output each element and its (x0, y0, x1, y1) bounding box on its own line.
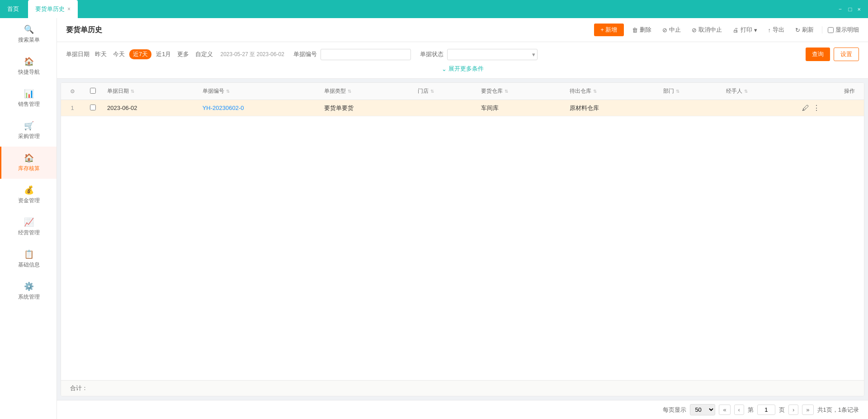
per-page-select[interactable]: 50 100 200 (690, 404, 715, 415)
row-select-checkbox[interactable] (90, 105, 96, 110)
page-label: 第 (748, 406, 754, 414)
sales-icon: 📊 (24, 89, 34, 99)
sidebar: 🔍 搜索菜单 🏠 快捷导航 📊 销售管理 🛒 采购管理 🏠 库存核算 💰 资金管… (0, 18, 57, 419)
action-col-header: 操作 (797, 83, 864, 100)
date-filter: 单据日期 昨天 今天 近7天 近1月 更多 自定义 2023-05-27 至 2… (66, 49, 284, 59)
window-minimize[interactable]: － (837, 5, 843, 13)
purchase-icon: 🛒 (24, 121, 34, 131)
display-detail-checkbox[interactable]: 显示明细 (828, 26, 859, 34)
date-sort-icon[interactable]: ⇅ (131, 89, 134, 94)
column-settings-icon[interactable]: ⚙ (70, 88, 75, 95)
action-icons: 🖊 ⋮ (802, 104, 859, 112)
page-input[interactable] (757, 405, 775, 415)
date-option-custom[interactable]: 自定义 (193, 49, 215, 59)
table-wrapper: ⚙ 单据日期⇅ 单据编号⇅ 单据类型⇅ (61, 82, 864, 396)
pending-sort-icon[interactable]: ⇅ (593, 89, 597, 94)
sidebar-item-purchase[interactable]: 🛒 采购管理 (0, 114, 57, 147)
select-all-checkbox[interactable] (90, 88, 96, 94)
display-detail-input[interactable] (828, 27, 834, 33)
sidebar-item-search-menu[interactable]: 🔍 搜索菜单 (0, 18, 57, 50)
row-date: 2023-06-02 (102, 100, 197, 116)
print-button[interactable]: 🖨 打印 ▾ (730, 24, 760, 36)
type-sort-icon[interactable]: ⇅ (348, 89, 351, 94)
order-no-filter: 单据编号 (293, 49, 411, 60)
sidebar-item-finance[interactable]: 💰 资金管理 (0, 179, 57, 211)
row-store (412, 100, 476, 116)
order-no-sort-icon[interactable]: ⇅ (226, 89, 230, 94)
settings-button[interactable]: 设置 (834, 48, 859, 61)
sidebar-item-label: 搜索菜单 (18, 36, 40, 44)
stop-icon: ⊘ (662, 27, 667, 33)
sidebar-item-basic-info[interactable]: 📋 基础信息 (0, 243, 57, 275)
date-option-7days[interactable]: 近7天 (129, 49, 151, 59)
sidebar-item-inventory[interactable]: 🏠 库存核算 (0, 147, 57, 179)
warehouse-sort-icon[interactable]: ⇅ (505, 89, 508, 94)
table-footer: 合计： (61, 380, 864, 396)
cancel-stop-button[interactable]: ⊘ 取消中止 (689, 24, 725, 36)
last-page-btn[interactable]: » (802, 405, 813, 415)
pagination-bar: 每页显示 50 100 200 « ‹ 第 页 › » 共1页，1条记录 (57, 400, 868, 419)
date-option-today[interactable]: 今天 (111, 49, 127, 59)
next-page-btn[interactable]: › (788, 405, 798, 415)
sidebar-item-label: 系统管理 (18, 293, 40, 301)
more-icon[interactable]: ⋮ (813, 104, 820, 112)
first-page-btn[interactable]: « (719, 405, 730, 415)
table-row: 1 2023-06-02 YH-20230602-0 要货单要货 车间库 原材料… (61, 100, 864, 116)
per-page-label: 每页显示 (663, 406, 686, 414)
sidebar-item-system[interactable]: ⚙️ 系统管理 (0, 275, 57, 307)
checkbox-col-header (84, 83, 102, 100)
status-select[interactable] (447, 49, 538, 60)
print-icon: 🖨 (733, 27, 739, 33)
type-col-header: 单据类型⇅ (319, 83, 412, 100)
delete-button[interactable]: 🗑 删除 (629, 24, 654, 36)
tab-close-icon[interactable]: × (67, 6, 71, 12)
sidebar-item-sales[interactable]: 📊 销售管理 (0, 82, 57, 114)
date-option-1month[interactable]: 近1月 (154, 49, 173, 59)
sidebar-item-quick-nav[interactable]: 🏠 快捷导航 (0, 50, 57, 82)
edit-icon[interactable]: 🖊 (802, 104, 809, 112)
system-icon: ⚙️ (24, 281, 34, 291)
sidebar-item-operations[interactable]: 📈 经营管理 (0, 211, 57, 243)
query-button[interactable]: 查询 (806, 48, 830, 61)
expand-more-icon: ⌄ (442, 66, 447, 72)
toolbar-divider (822, 26, 822, 33)
refresh-icon: ↻ (795, 27, 800, 33)
content-area: 要货单历史 + 新增 🗑 删除 ⊘ 中止 ⊘ 取消中止 🖨 打印 (57, 18, 868, 419)
tab-active[interactable]: 要货单历史 × (28, 0, 78, 18)
date-option-yesterday[interactable]: 昨天 (93, 49, 108, 59)
action-buttons: 查询 设置 (806, 48, 859, 61)
dept-col-header: 部门⇅ (658, 83, 721, 100)
tab-home[interactable]: 首页 (0, 0, 26, 18)
row-department (658, 100, 721, 116)
row-order-link[interactable]: YH-20230602-0 (203, 105, 244, 111)
top-bar: 首页 要货单历史 × － □ × (0, 0, 868, 18)
settings-col-header: ⚙ (61, 83, 84, 100)
handler-sort-icon[interactable]: ⇅ (744, 89, 748, 94)
row-actions: 🖊 ⋮ (797, 100, 864, 116)
stop-button[interactable]: ⊘ 中止 (660, 24, 684, 36)
prev-page-btn[interactable]: ‹ (734, 405, 744, 415)
cancel-stop-icon: ⊘ (692, 27, 697, 33)
store-sort-icon[interactable]: ⇅ (430, 89, 434, 94)
inventory-icon: 🏠 (24, 153, 34, 163)
refresh-button[interactable]: ↻ 刷新 (793, 24, 816, 36)
export-button[interactable]: ↑ 导出 (765, 24, 788, 36)
sidebar-item-label: 快捷导航 (18, 68, 40, 76)
main-layout: 🔍 搜索菜单 🏠 快捷导航 📊 销售管理 🛒 采购管理 🏠 库存核算 💰 资金管… (0, 18, 868, 419)
sidebar-item-label: 资金管理 (18, 197, 40, 205)
order-no-input[interactable] (321, 49, 411, 60)
warehouse-col-header: 要货仓库⇅ (476, 83, 564, 100)
data-table: ⚙ 单据日期⇅ 单据编号⇅ 单据类型⇅ (61, 83, 864, 116)
window-maximize[interactable]: □ (849, 6, 852, 13)
row-warehouse: 车间库 (476, 100, 564, 116)
page-header: 要货单历史 + 新增 🗑 删除 ⊘ 中止 ⊘ 取消中止 🖨 打印 (57, 18, 868, 42)
dept-sort-icon[interactable]: ⇅ (676, 89, 679, 94)
sidebar-item-label: 经营管理 (18, 229, 40, 237)
new-button[interactable]: + 新增 (594, 24, 623, 36)
window-close[interactable]: × (857, 6, 861, 13)
expand-more-button[interactable]: ⌄ 展开更多条件 (442, 65, 484, 73)
date-option-more[interactable]: 更多 (175, 49, 191, 59)
row-handler (721, 100, 797, 116)
status-filter: 单据状态 ▾ (420, 49, 535, 60)
sidebar-item-label: 库存核算 (18, 165, 40, 172)
